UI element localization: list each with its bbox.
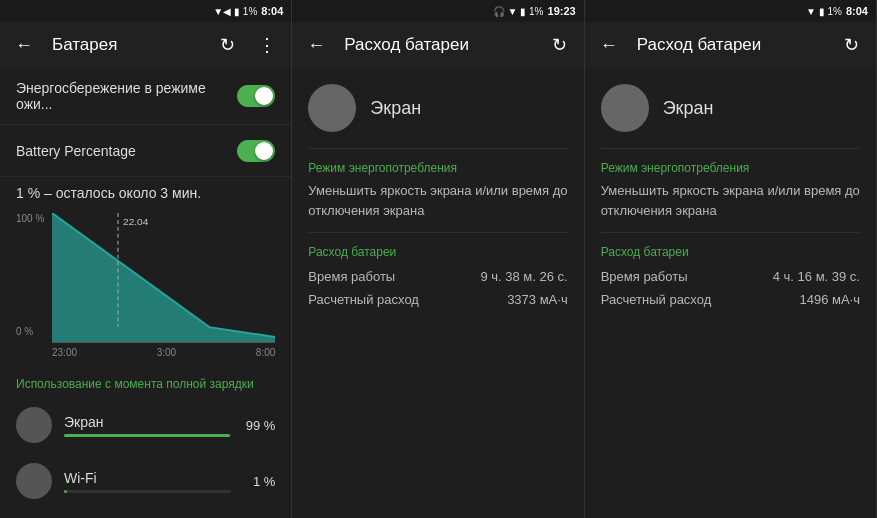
toolbar-1: ← Батарея ↻ ⋮ — [0, 22, 291, 68]
usage-item-wifi[interactable]: Wi-Fi 1 % — [0, 453, 291, 509]
stat-row-work-time-2: Время работы 4 ч. 16 м. 39 с. — [601, 265, 860, 288]
stat-value-calc-1: 3373 мА·ч — [507, 292, 568, 307]
detail-icon-row-1: Экран — [308, 84, 567, 132]
chart-y-top: 100 % — [16, 213, 44, 224]
screen-icon — [16, 407, 52, 443]
screen-usage-info: Экран — [64, 414, 231, 437]
svg-marker-0 — [52, 213, 275, 342]
refresh-button-3[interactable]: ↻ — [836, 29, 868, 61]
stat-value-work-2: 4 ч. 16 м. 39 с. — [773, 269, 860, 284]
svg-text:22.04: 22.04 — [123, 216, 149, 227]
refresh-button-2[interactable]: ↻ — [544, 29, 576, 61]
chart-x-2: 8:00 — [256, 347, 275, 358]
battery-use-header-2: Расход батареи — [601, 245, 860, 259]
toolbar-2: ← Расход батареи ↻ — [292, 22, 583, 68]
battery-chart: 100 % 0 % 22.04 23:00 3:00 8:00 — [0, 205, 291, 365]
chart-x-labels: 23:00 3:00 8:00 — [52, 347, 275, 358]
divider-1 — [308, 148, 567, 149]
clock-3: 8:04 — [846, 5, 868, 17]
wifi-pct: 1 % — [243, 474, 275, 489]
wifi-bar-fill — [64, 490, 67, 493]
detail-content-2: Экран Режим энергопотребления Уменьшить … — [585, 68, 876, 518]
divider-3 — [601, 148, 860, 149]
battery-use-header-1: Расход батареи — [308, 245, 567, 259]
refresh-button-1[interactable]: ↻ — [211, 29, 243, 61]
back-button-3[interactable]: ← — [593, 29, 625, 61]
page-title-3: Расход батареи — [637, 35, 828, 55]
status-bar-2: 🎧 ▼ ▮ 1% 19:23 — [292, 0, 583, 22]
setting-row-battery-pct: Battery Percentage — [0, 125, 291, 177]
setting-row-power-save: Энергосбережение в режиме ожи... — [0, 68, 291, 125]
usage-item-screen[interactable]: Экран 99 % — [0, 397, 291, 453]
signal-icon-3: ▼ ▮ 1% — [806, 6, 842, 17]
power-save-toggle[interactable] — [237, 85, 275, 107]
screen-bar-bg — [64, 434, 231, 437]
stat-label-work-1: Время работы — [308, 269, 395, 284]
detail-icon-row-2: Экран — [601, 84, 860, 132]
toolbar-3: ← Расход батареи ↻ — [585, 22, 876, 68]
chart-x-1: 3:00 — [157, 347, 176, 358]
stat-label-work-2: Время работы — [601, 269, 688, 284]
chart-x-0: 23:00 — [52, 347, 77, 358]
chart-svg: 22.04 — [52, 213, 275, 342]
battery-pct-toggle[interactable] — [237, 140, 275, 162]
battery-detail-panel-2: ▼ ▮ 1% 8:04 ← Расход батареи ↻ Экран Реж… — [585, 0, 877, 518]
status-icons-3: ▼ ▮ 1% — [806, 6, 842, 17]
page-title-2: Расход батареи — [344, 35, 535, 55]
divider-4 — [601, 232, 860, 233]
screen-name: Экран — [64, 414, 231, 430]
headphone-icon: 🎧 — [493, 6, 505, 17]
status-icons-2: 🎧 ▼ ▮ 1% — [493, 6, 544, 17]
stat-label-calc-1: Расчетный расход — [308, 292, 419, 307]
stat-label-calc-2: Расчетный расход — [601, 292, 712, 307]
energy-mode-header-1: Режим энергопотребления — [308, 161, 567, 175]
app-icon-1 — [308, 84, 356, 132]
more-button-1[interactable]: ⋮ — [251, 29, 283, 61]
stat-row-calc-1: Расчетный расход 3373 мА·ч — [308, 288, 567, 311]
signal-icon: ▼◀ — [213, 6, 231, 17]
battery-detail-panel-1: 🎧 ▼ ▮ 1% 19:23 ← Расход батареи ↻ Экран … — [292, 0, 584, 518]
chart-y-labels: 100 % 0 % — [16, 213, 44, 337]
detail-inner-1: Экран Режим энергопотребления Уменьшить … — [292, 68, 583, 327]
stat-value-calc-2: 1496 мА·ч — [799, 292, 860, 307]
status-bar-3: ▼ ▮ 1% 8:04 — [585, 0, 876, 22]
detail-inner-2: Экран Режим энергопотребления Уменьшить … — [585, 68, 876, 327]
wifi-usage-info: Wi-Fi — [64, 470, 231, 493]
back-button-1[interactable]: ← — [8, 29, 40, 61]
usage-header: Использование с момента полной зарядки — [0, 365, 291, 397]
app-icon-2 — [601, 84, 649, 132]
screen-pct: 99 % — [243, 418, 275, 433]
battery-content: Энергосбережение в режиме ожи... Battery… — [0, 68, 291, 518]
battery-status-text: 1 % – осталось около 3 мин. — [0, 177, 291, 205]
stat-value-work-1: 9 ч. 38 м. 26 с. — [480, 269, 567, 284]
stat-row-work-time-1: Время работы 9 ч. 38 м. 26 с. — [308, 265, 567, 288]
status-icons-1: ▼◀ ▮ 1% — [213, 6, 257, 17]
screen-bar-fill — [64, 434, 230, 437]
app-name-2: Экран — [663, 98, 714, 119]
battery-icon: ▮ 1% — [234, 6, 257, 17]
chart-container: 22.04 — [52, 213, 275, 343]
page-title-1: Батарея — [52, 35, 203, 55]
chart-y-bottom: 0 % — [16, 326, 44, 337]
energy-mode-text-2: Уменьшить яркость экрана и/или время до … — [601, 181, 860, 220]
energy-mode-header-2: Режим энергопотребления — [601, 161, 860, 175]
power-save-label: Энергосбережение в режиме ожи... — [16, 80, 237, 112]
clock-2: 19:23 — [548, 5, 576, 17]
clock-1: 8:04 — [261, 5, 283, 17]
energy-mode-text-1: Уменьшить яркость экрана и/или время до … — [308, 181, 567, 220]
app-name-1: Экран — [370, 98, 421, 119]
detail-content-1: Экран Режим энергопотребления Уменьшить … — [292, 68, 583, 518]
battery-pct-label: Battery Percentage — [16, 143, 136, 159]
wifi-name: Wi-Fi — [64, 470, 231, 486]
stat-row-calc-2: Расчетный расход 1496 мА·ч — [601, 288, 860, 311]
wifi-bar-bg — [64, 490, 231, 493]
battery-main-panel: ▼◀ ▮ 1% 8:04 ← Батарея ↻ ⋮ Энергосбереже… — [0, 0, 292, 518]
back-button-2[interactable]: ← — [300, 29, 332, 61]
divider-2 — [308, 232, 567, 233]
wifi-status-icon: ▼ ▮ 1% — [508, 6, 544, 17]
status-bar-1: ▼◀ ▮ 1% 8:04 — [0, 0, 291, 22]
wifi-icon — [16, 463, 52, 499]
